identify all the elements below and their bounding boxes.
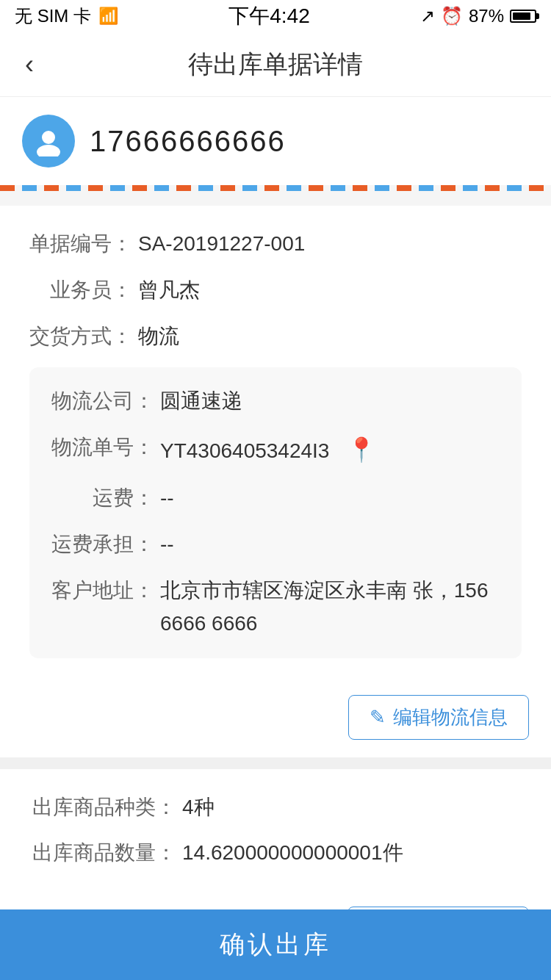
logistics-box: 物流公司： 圆通速递 物流单号： YT43064053424I3 📍 运费： -… xyxy=(29,367,522,657)
edit-btn-label: 编辑物流信息 xyxy=(393,705,508,730)
freight-bear-row: 运费承担： -- xyxy=(51,528,500,561)
status-right: ↗ ⏰ 87% xyxy=(420,6,536,26)
goods-quantity-row: 出库商品数量： 14.620000000000001件 xyxy=(29,837,522,870)
freight-label: 运费： xyxy=(51,482,154,515)
location-arrow-icon: ↗ xyxy=(420,6,435,26)
confirm-btn-label: 确认出库 xyxy=(220,928,331,962)
order-no-row: 单据编号： SA-20191227-001 xyxy=(29,228,522,261)
user-header: 17666666666 xyxy=(0,97,551,185)
goods-quantity-label: 出库商品数量： xyxy=(29,837,176,870)
svg-point-0 xyxy=(42,131,55,144)
alarm-icon: ⏰ xyxy=(441,6,463,26)
carrier-text: 无 SIM 卡 xyxy=(15,4,91,28)
salesman-label: 业务员： xyxy=(29,274,132,307)
user-phone: 17666666666 xyxy=(90,125,286,158)
order-no-value: SA-20191227-001 xyxy=(138,228,522,261)
battery-icon xyxy=(510,10,536,23)
tracking-number: YT43064053424I3 xyxy=(160,439,329,462)
status-bar: 无 SIM 卡 📶 下午4:42 ↗ ⏰ 87% xyxy=(0,0,551,32)
goods-quantity-value: 14.620000000000001件 xyxy=(182,837,522,870)
basic-info-section: 单据编号： SA-20191227-001 业务员： 曾凡杰 交货方式： 物流 … xyxy=(0,206,551,680)
goods-types-value: 4种 xyxy=(182,791,522,824)
wifi-icon: 📶 xyxy=(98,7,118,26)
nav-bar: ‹ 待出库单据详情 xyxy=(0,32,551,97)
logistics-company-value: 圆通速递 xyxy=(160,385,500,418)
edit-logistics-button[interactable]: ✎ 编辑物流信息 xyxy=(348,695,529,740)
confirm-button[interactable]: 确认出库 xyxy=(0,909,551,980)
salesman-row: 业务员： 曾凡杰 xyxy=(29,274,522,307)
goods-section: 出库商品种类： 4种 出库商品数量： 14.620000000000001件 xyxy=(0,769,551,893)
delivery-value: 物流 xyxy=(138,320,522,353)
svg-point-1 xyxy=(37,145,60,156)
edit-icon: ✎ xyxy=(370,706,386,729)
delivery-row: 交货方式： 物流 xyxy=(29,320,522,353)
location-icon[interactable]: 📍 xyxy=(347,431,376,469)
tracking-value: YT43064053424I3 📍 xyxy=(160,431,500,469)
freight-bear-value: -- xyxy=(160,528,500,561)
freight-value: -- xyxy=(160,482,500,515)
address-value: 北京市市辖区海淀区永丰南 张，156 6666 6666 xyxy=(160,574,500,641)
page-title: 待出库单据详情 xyxy=(188,48,363,82)
goods-types-label: 出库商品种类： xyxy=(29,791,176,824)
goods-types-row: 出库商品种类： 4种 xyxy=(29,791,522,824)
freight-row: 运费： -- xyxy=(51,482,500,515)
battery-percent: 87% xyxy=(469,6,504,26)
address-label: 客户地址： xyxy=(51,574,154,608)
delivery-label: 交货方式： xyxy=(29,320,132,353)
status-time: 下午4:42 xyxy=(228,2,310,30)
back-button[interactable]: ‹ xyxy=(18,42,41,87)
edit-btn-row: ✎ 编辑物流信息 xyxy=(0,680,551,757)
tracking-row: 物流单号： YT43064053424I3 📍 xyxy=(51,431,500,469)
order-no-label: 单据编号： xyxy=(29,228,132,261)
logistics-company-label: 物流公司： xyxy=(51,385,154,418)
address-row: 客户地址： 北京市市辖区海淀区永丰南 张，156 6666 6666 xyxy=(51,574,500,641)
tracking-label: 物流单号： xyxy=(51,431,154,464)
gray-divider xyxy=(0,757,551,769)
status-left: 无 SIM 卡 📶 xyxy=(15,4,118,28)
dashed-divider xyxy=(0,185,551,191)
salesman-value: 曾凡杰 xyxy=(138,274,522,307)
avatar xyxy=(22,115,75,167)
freight-bear-label: 运费承担： xyxy=(51,528,154,561)
logistics-company-row: 物流公司： 圆通速递 xyxy=(51,385,500,418)
